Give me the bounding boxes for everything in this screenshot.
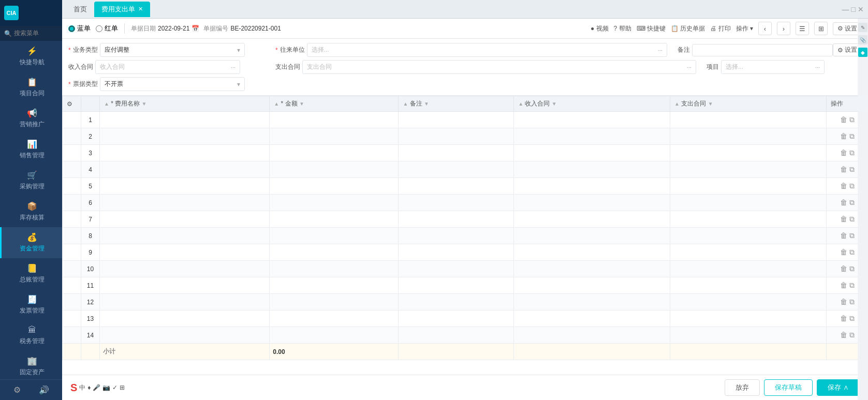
- cell-income-contract[interactable]: [514, 327, 670, 344]
- amount-sort-up[interactable]: ▲: [274, 101, 279, 107]
- cell-expense-contract[interactable]: [670, 228, 827, 244]
- sidebar-item-sales[interactable]: 📊 销售管理: [0, 134, 62, 165]
- view-list-icon[interactable]: ☰: [796, 22, 809, 35]
- invoice-type-select[interactable]: 不开票 ▾: [100, 77, 245, 91]
- cell-income-contract[interactable]: [514, 261, 670, 277]
- cell-amount[interactable]: [270, 277, 399, 294]
- cell-income-contract[interactable]: [514, 128, 670, 145]
- cell-expense-contract[interactable]: [670, 195, 827, 211]
- cell-amount[interactable]: [270, 211, 399, 228]
- cell-remark[interactable]: [399, 228, 514, 244]
- counterpart-select[interactable]: 选择... ···: [307, 43, 667, 57]
- settings-footer-icon[interactable]: ⚙: [13, 385, 21, 395]
- cell-expense-name[interactable]: [100, 228, 270, 244]
- cell-amount[interactable]: [270, 261, 399, 277]
- sidebar-item-tax[interactable]: 🏛 税务管理: [0, 320, 62, 351]
- row-delete-icon[interactable]: 🗑: [839, 247, 848, 257]
- volume-footer-icon[interactable]: 🔊: [39, 385, 49, 395]
- cell-amount[interactable]: [270, 195, 399, 211]
- income-sort-up[interactable]: ▲: [518, 101, 523, 107]
- cell-expense-contract[interactable]: [670, 261, 827, 277]
- income-contract-dots[interactable]: ···: [231, 64, 236, 70]
- cell-income-contract[interactable]: [514, 294, 670, 310]
- row-copy-icon[interactable]: ⧉: [848, 131, 856, 141]
- cell-remark[interactable]: [399, 310, 514, 327]
- edge-icon-1[interactable]: ✎: [858, 23, 867, 32]
- cell-expense-name[interactable]: [100, 277, 270, 294]
- amount-sort-down[interactable]: ▼: [299, 101, 304, 107]
- project-dots[interactable]: ···: [815, 64, 820, 70]
- cell-remark[interactable]: [399, 327, 514, 344]
- remark-sort-down[interactable]: ▼: [424, 101, 429, 107]
- cell-income-contract[interactable]: [514, 145, 670, 161]
- cell-remark[interactable]: [399, 244, 514, 261]
- row-copy-icon[interactable]: ⧉: [848, 263, 856, 274]
- row-copy-icon[interactable]: ⧉: [848, 330, 856, 340]
- row-delete-icon[interactable]: 🗑: [839, 230, 848, 241]
- blue-bill-radio[interactable]: 蓝单: [68, 24, 91, 33]
- close-button[interactable]: ✕: [858, 5, 864, 13]
- sidebar-item-purchase[interactable]: 🛒 采购管理: [0, 165, 62, 196]
- cell-income-contract[interactable]: [514, 178, 670, 195]
- cell-expense-contract[interactable]: [670, 128, 827, 145]
- view-grid-icon[interactable]: ⊞: [814, 22, 828, 35]
- row-copy-icon[interactable]: ⧉: [848, 214, 856, 224]
- sidebar-item-assets[interactable]: 🏢 固定资产: [0, 351, 62, 379]
- expense-contract-sort-down[interactable]: ▼: [708, 101, 713, 107]
- row-copy-icon[interactable]: ⧉: [848, 114, 856, 125]
- col-income-contract-header[interactable]: ▲ 收入合同 ▼: [514, 96, 670, 112]
- cell-income-contract[interactable]: [514, 195, 670, 211]
- cell-expense-name[interactable]: [100, 178, 270, 195]
- cell-remark[interactable]: [399, 128, 514, 145]
- income-sort-down[interactable]: ▼: [552, 101, 557, 107]
- cell-expense-name[interactable]: [100, 244, 270, 261]
- sidebar-item-quick-nav[interactable]: ⚡ 快捷导航: [0, 41, 62, 72]
- action-operations[interactable]: 操作 ▾: [736, 24, 753, 33]
- cell-expense-name[interactable]: [100, 310, 270, 327]
- save-button[interactable]: 保存 ∧: [817, 379, 860, 396]
- cell-amount[interactable]: [270, 228, 399, 244]
- tab-expense[interactable]: 费用支出单 ✕: [94, 2, 150, 17]
- row-delete-icon[interactable]: 🗑: [839, 164, 848, 174]
- cell-expense-contract[interactable]: [670, 161, 827, 178]
- cell-income-contract[interactable]: [514, 228, 670, 244]
- cell-expense-name[interactable]: [100, 261, 270, 277]
- cell-income-contract[interactable]: [514, 161, 670, 178]
- row-delete-icon[interactable]: 🗑: [839, 280, 848, 290]
- cell-income-contract[interactable]: [514, 211, 670, 228]
- edge-icon-3[interactable]: ◆: [858, 48, 867, 57]
- cell-income-contract[interactable]: [514, 277, 670, 294]
- income-contract-select[interactable]: 收入合同 ···: [95, 60, 240, 74]
- cell-expense-contract[interactable]: [670, 327, 827, 344]
- expense-contract-dots[interactable]: ···: [687, 64, 692, 70]
- action-help[interactable]: ? 帮助: [614, 24, 631, 33]
- project-select[interactable]: 选择... ···: [721, 60, 825, 74]
- sidebar-item-marketing[interactable]: 📢 营销推广: [0, 103, 62, 134]
- cell-income-contract[interactable]: [514, 244, 670, 261]
- action-shortcuts[interactable]: ⌨ 快捷键: [637, 24, 666, 33]
- counterpart-dots[interactable]: ···: [658, 47, 663, 53]
- remark-sort-up[interactable]: ▲: [403, 101, 408, 107]
- row-delete-icon[interactable]: 🗑: [839, 214, 848, 224]
- cell-remark[interactable]: [399, 178, 514, 195]
- cell-remark[interactable]: [399, 294, 514, 310]
- red-bill-radio[interactable]: 红单: [96, 24, 118, 33]
- cell-expense-name[interactable]: [100, 294, 270, 310]
- cell-expense-contract[interactable]: [670, 112, 827, 128]
- cell-remark[interactable]: [399, 161, 514, 178]
- sidebar-item-inventory[interactable]: 📦 库存核算: [0, 196, 62, 227]
- action-video[interactable]: ● 视频: [591, 24, 609, 33]
- row-delete-icon[interactable]: 🗑: [839, 131, 848, 141]
- cell-expense-name[interactable]: [100, 161, 270, 178]
- row-delete-icon[interactable]: 🗑: [839, 114, 848, 125]
- cell-expense-name[interactable]: [100, 195, 270, 211]
- row-copy-icon[interactable]: ⧉: [848, 230, 856, 241]
- cell-amount[interactable]: [270, 161, 399, 178]
- cell-remark[interactable]: [399, 145, 514, 161]
- cell-expense-name[interactable]: [100, 112, 270, 128]
- cell-expense-contract[interactable]: [670, 294, 827, 310]
- edge-icon-2[interactable]: 📎: [858, 35, 867, 45]
- cell-remark[interactable]: [399, 261, 514, 277]
- cell-amount[interactable]: [270, 112, 399, 128]
- biz-type-select[interactable]: 应付调整 ▾: [100, 43, 245, 57]
